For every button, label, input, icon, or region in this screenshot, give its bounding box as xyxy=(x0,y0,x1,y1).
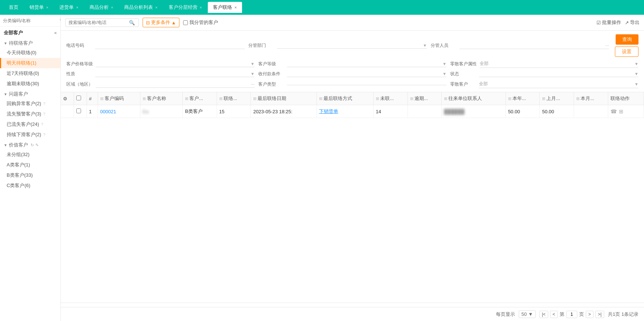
filter-branch-dept-label: 分管部门 xyxy=(248,42,274,49)
sidebar-search-input[interactable] xyxy=(3,18,58,23)
sidebar-item-lost[interactable]: 已流失客户(24) ? xyxy=(0,119,60,130)
th-name[interactable]: ⊞客户名称 xyxy=(140,92,183,105)
close-customer-segment[interactable]: × xyxy=(200,5,202,10)
td-checkbox[interactable] xyxy=(74,105,87,118)
horizontal-scrollbar[interactable] xyxy=(61,303,644,307)
th-uncontacted[interactable]: ⊞未联... xyxy=(374,92,408,105)
batch-op-button[interactable]: ☑ 批量操作 xyxy=(596,19,621,26)
nav-customer-contact[interactable]: 客户联络× xyxy=(208,2,242,13)
nav-sales-order[interactable]: 销货单× xyxy=(24,2,53,13)
nav-product-analysis-list[interactable]: 商品分析列表× xyxy=(119,2,162,13)
total-label: 共1页 1条记录 xyxy=(608,311,638,318)
th-contact-count[interactable]: ⊞联络... xyxy=(217,92,251,105)
query-button[interactable]: 查询 xyxy=(616,34,638,45)
export-icon: ↗ xyxy=(625,20,629,25)
filter-phone-input[interactable] xyxy=(95,42,245,49)
row-checkbox[interactable] xyxy=(76,108,81,113)
filter-retail-customer-select[interactable]: 全部 ▼ xyxy=(479,80,638,88)
filter-customer-level-select[interactable]: ▼ xyxy=(287,61,447,67)
nav-home[interactable]: 首页 xyxy=(4,2,24,13)
filter-gender-select[interactable]: ▼ xyxy=(95,71,255,77)
td-this-month xyxy=(574,105,608,118)
page-num-input[interactable] xyxy=(566,311,577,318)
close-product-analysis-list[interactable]: × xyxy=(155,5,157,10)
table-area: ⚙ # ⊞客户编码 ⊞客户名称 ⊞客户... ⊞联络... ⊞最后联络日期 ⊞最… xyxy=(61,92,644,303)
close-product-analysis[interactable]: × xyxy=(111,5,113,10)
prev-page-btn[interactable]: < xyxy=(550,311,558,318)
close-purchase-order[interactable]: × xyxy=(76,5,78,10)
sidebar-item-class-a[interactable]: A类客户(1) xyxy=(0,160,60,170)
td-last-contact-method[interactable]: 下销货单 xyxy=(316,105,373,118)
th-last-month[interactable]: ⊞上月... xyxy=(540,92,574,105)
help-icon-repeat[interactable]: ? xyxy=(43,101,45,106)
sidebar-item-loss-risk[interactable]: 流失预警客户(3) ? xyxy=(0,109,60,119)
filter-region-label: 区域（地区） xyxy=(66,81,93,87)
th-last-contact-method[interactable]: ⊞最后联络方式 xyxy=(316,92,373,105)
th-settings[interactable]: ⚙ xyxy=(61,92,74,105)
filter-customer-type: 客户类型 xyxy=(258,81,447,87)
row-action-more[interactable]: ⊞ xyxy=(619,108,623,114)
filter-branch-person-select[interactable]: ··· xyxy=(459,42,609,49)
per-page-select[interactable]: 50 ▼ xyxy=(519,310,535,318)
filter-payment-terms-select[interactable]: ▼ xyxy=(287,71,447,77)
sidebar-item-overdue[interactable]: 逾期未联络(30) xyxy=(0,79,60,89)
td-actions[interactable]: ☎⊞ xyxy=(608,105,644,118)
value-group-label: 价值客户 xyxy=(9,142,28,148)
row-action-contact[interactable]: ☎ xyxy=(610,108,617,114)
collapse-icon[interactable]: « xyxy=(54,30,57,35)
sidebar-item-continuous-decline[interactable]: 持续下滑客户(2) ? xyxy=(0,130,60,140)
td-last-month: 50.00 xyxy=(540,105,574,118)
td-code: 000021 xyxy=(98,105,140,118)
filter-region-select[interactable]: ··· xyxy=(96,81,255,88)
filter-retail-attr-select[interactable]: 全部 ▼ xyxy=(480,60,638,68)
th-overdue[interactable]: ⊞逾期... xyxy=(407,92,442,105)
sidebar-item-today[interactable]: 今天待联络(0) xyxy=(0,48,60,58)
th-this-month[interactable]: ⊞本月... xyxy=(574,92,608,105)
nav-customer-segment[interactable]: 客户分层经营× xyxy=(164,2,207,13)
sidebar-item-week7[interactable]: 近7天待联络(0) xyxy=(0,68,60,79)
td-overdue xyxy=(407,105,442,118)
search-bar-icon[interactable]: 🔍 xyxy=(129,20,135,25)
set-button[interactable]: 设置 xyxy=(615,46,638,57)
th-last-contact-date[interactable]: ⊞最后联络日期 xyxy=(251,92,317,105)
help-icon-lost[interactable]: ? xyxy=(41,122,43,127)
table-footer: 每页显示 50 ▼ |< < 第 页 > >| 共1页 1条记录 xyxy=(61,307,644,321)
export-button[interactable]: ↗ 导出 xyxy=(625,19,640,26)
th-type[interactable]: ⊞客户... xyxy=(183,92,217,105)
close-customer-contact[interactable]: × xyxy=(234,5,237,10)
sidebar-item-repeat-abnormal[interactable]: 回购异常客户(2) ? xyxy=(0,99,60,109)
top-actions: ☑ 批量操作 ↗ 导出 xyxy=(596,19,640,26)
next-page-btn[interactable]: > xyxy=(586,311,594,318)
filter-retail-attr: 零散客户属性 全部 ▼ xyxy=(450,60,638,68)
th-code[interactable]: ⊞客户编码 xyxy=(98,92,140,105)
help-icon-loss[interactable]: ? xyxy=(43,112,45,116)
td-name: Ea xyxy=(140,105,183,118)
per-page-arrow: ▼ xyxy=(528,311,533,317)
sidebar-item-class-b[interactable]: B类客户(33) xyxy=(0,170,60,180)
last-page-btn[interactable]: >| xyxy=(595,311,604,318)
select-all-checkbox[interactable] xyxy=(76,96,81,100)
my-customers-checkbox-wrap[interactable]: 我分管的客户 xyxy=(183,19,218,26)
more-filter-button[interactable]: ⊟ 更多条件 ▲ xyxy=(143,18,179,27)
value-edit-icon[interactable]: ✎ xyxy=(35,143,39,148)
close-sales-order[interactable]: × xyxy=(46,5,48,10)
filter-customer-type-select[interactable] xyxy=(287,83,447,85)
help-icon-decline[interactable]: ? xyxy=(43,132,45,137)
filter-status-select[interactable]: ▼ xyxy=(479,71,638,77)
first-page-btn[interactable]: |< xyxy=(539,311,548,318)
th-checkbox[interactable] xyxy=(74,92,87,105)
value-refresh-icon[interactable]: ↻ xyxy=(31,143,34,148)
my-customers-checkbox[interactable] xyxy=(183,20,188,25)
sidebar-item-tomorrow[interactable]: 明天待联络(1) xyxy=(0,58,60,68)
filter-branch-dept-select[interactable]: ▼ xyxy=(277,42,427,49)
page-label: 第 xyxy=(560,311,564,318)
nav-purchase-order[interactable]: 进货单× xyxy=(54,2,83,13)
filter-price-level-select[interactable]: ▼ xyxy=(96,61,255,67)
filter-row-4: 区域（地区） ··· 客户类型 零散客户 全部 ▼ xyxy=(66,80,638,88)
sidebar-item-class-c[interactable]: C类客户(6) xyxy=(0,180,60,191)
nav-product-analysis[interactable]: 商品分析× xyxy=(84,2,118,13)
th-this-year[interactable]: ⊞本年... xyxy=(505,92,540,105)
sidebar-item-ungrouped[interactable]: 未分组(32) xyxy=(0,149,60,160)
search-input[interactable] xyxy=(69,20,127,25)
th-unit-contact[interactable]: ⊞往来单位联系人 xyxy=(442,92,506,105)
